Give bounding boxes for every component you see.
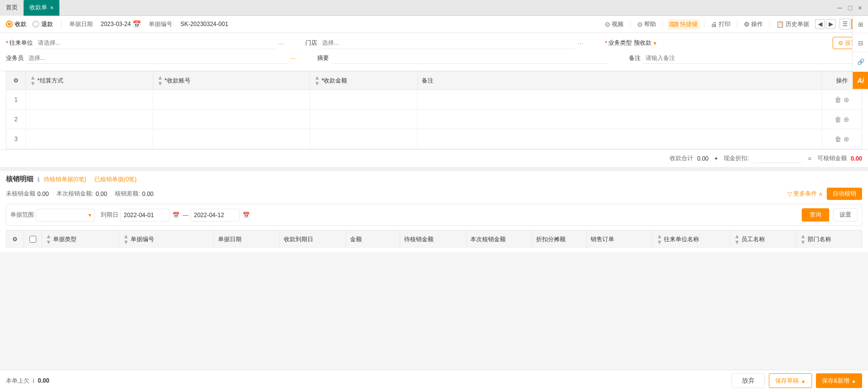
table-row: 3 🗑 ⊕ — [6, 129, 862, 149]
business-type-arrow[interactable]: ▾ — [653, 40, 656, 47]
tab-receipt[interactable]: 收款单 × — [24, 0, 59, 16]
operation-btn[interactable]: ⚙ 操作 — [742, 19, 765, 29]
receipt-radio-dot — [6, 21, 13, 28]
doc-date-field: 单据日期 2023-03-24 📅 — [69, 20, 141, 28]
section-divider — [0, 167, 868, 171]
shortcut-btn[interactable]: ⌨ 快捷键 — [667, 19, 700, 29]
summary-row: 未核销金额 0.00 本次核销金额: 0.00 核销差额: 0.00 ▽ 更多条… — [6, 188, 862, 200]
remark-cell-2[interactable] — [418, 110, 822, 129]
action-cell-1: 🗑 ⊕ — [822, 90, 862, 109]
video-btn[interactable]: ⊙ 视频 — [603, 19, 625, 29]
filter-icon: ▽ — [787, 191, 792, 197]
th-settlement: ▲▼ *结算方式 — [26, 72, 153, 89]
sort-account[interactable]: ▲▼ — [157, 75, 163, 86]
calendar-from-icon[interactable]: 📅 — [172, 212, 180, 219]
history-icon: 📋 — [776, 21, 784, 28]
copy-icon-2[interactable]: ⊕ — [843, 115, 849, 123]
pending-tab[interactable]: 待核销单据(0笔) — [44, 175, 86, 184]
delete-icon-2[interactable]: 🗑 — [835, 115, 841, 123]
bottom-info: 本单上欠 ℹ 0.00 — [6, 377, 49, 385]
save-draft-btn[interactable]: 保存草稿 ▲ — [769, 373, 812, 388]
amount-cell-1[interactable] — [310, 90, 418, 109]
wo-th-docno: ▲▼ 单据编号 — [119, 230, 214, 248]
settlement-cell-1[interactable] — [26, 90, 153, 109]
done-tab[interactable]: 已核销单据(0笔) — [94, 175, 137, 184]
summary-input[interactable] — [331, 52, 609, 64]
receipt-radio[interactable]: 收款 — [6, 20, 27, 28]
query-btn[interactable]: 查询 — [802, 208, 829, 222]
remark-cell-1[interactable] — [418, 90, 822, 109]
remark-field: 备注 — [629, 52, 862, 64]
sort-settlement[interactable]: ▲▼ — [30, 75, 36, 86]
delete-icon-1[interactable]: 🗑 — [835, 96, 841, 104]
wo-th-counterparty: ▲▼ 往来单位名称 — [652, 230, 730, 248]
auto-writeoff-btn[interactable]: 自动核销 — [827, 188, 862, 200]
right-link-icon[interactable]: 🔗 — [853, 53, 868, 71]
refund-radio[interactable]: 退款 — [32, 20, 53, 28]
form-row-2: 业务员 ··· 摘要 备注 — [6, 52, 862, 64]
list-view-btn[interactable]: ☰ — [840, 19, 850, 29]
wo-th-saleorder: 销售订单 — [587, 230, 652, 248]
right-doc-icon[interactable]: ⊟ — [853, 34, 868, 52]
right-ai-icon[interactable]: Ai — [853, 72, 868, 89]
wo-th-duedate: 收款到期日 — [280, 230, 346, 248]
filter-settings-btn[interactable]: 设置 — [833, 208, 858, 222]
wo-th-gear[interactable]: ⚙ — [6, 230, 24, 248]
store-input[interactable] — [319, 37, 575, 49]
minimize-icon[interactable]: ─ — [835, 3, 844, 13]
counterparty-input[interactable] — [35, 37, 276, 49]
save-new-btn[interactable]: 保存&新增 ▲ — [816, 373, 862, 388]
amount-cell-3[interactable] — [310, 129, 418, 149]
account-cell-3[interactable] — [153, 129, 310, 149]
close-icon[interactable]: × — [856, 3, 864, 13]
wo-th-pending: 待核销金额 — [400, 230, 466, 248]
wo-th-discount: 折扣分摊额 — [532, 230, 587, 248]
more-conditions-btn[interactable]: ▽ 更多条件 ∧ — [787, 190, 823, 198]
salesperson-input[interactable] — [26, 52, 288, 64]
date-from-input[interactable] — [120, 209, 169, 222]
select-all-checkbox[interactable] — [29, 236, 36, 243]
amount-cell-2[interactable] — [310, 110, 418, 129]
account-cell-2[interactable] — [153, 110, 310, 129]
th-gear[interactable]: ⚙ — [6, 72, 26, 89]
settlement-cell-3[interactable] — [26, 129, 153, 149]
delete-icon-3[interactable]: 🗑 — [835, 135, 841, 143]
nav-prev[interactable]: ◀ — [815, 19, 825, 29]
counterparty-more-btn[interactable]: ··· — [276, 39, 286, 47]
calendar-to-icon[interactable]: 📅 — [243, 212, 250, 219]
sort-amount[interactable]: ▲▼ — [314, 75, 320, 86]
sort-docno[interactable]: ▲▼ — [123, 233, 129, 245]
sort-counterparty[interactable]: ▲▼ — [656, 233, 662, 245]
remark-cell-3[interactable] — [418, 129, 822, 149]
account-cell-1[interactable] — [153, 90, 310, 109]
abandon-btn[interactable]: 放弃 — [732, 373, 765, 388]
help-btn[interactable]: ⊙ 帮助 — [635, 19, 658, 29]
copy-icon-1[interactable]: ⊕ — [843, 96, 849, 104]
copy-icon-3[interactable]: ⊕ — [843, 135, 849, 143]
remark-input[interactable] — [643, 52, 862, 64]
print-icon: 🖨 — [711, 21, 717, 28]
sort-employee[interactable]: ▲▼ — [734, 233, 740, 245]
date-to-input[interactable] — [190, 209, 240, 222]
salesperson-more-btn[interactable]: ··· — [288, 54, 298, 62]
store-more-btn[interactable]: ··· — [575, 39, 585, 47]
history-btn[interactable]: 📋 历史单据 — [774, 19, 811, 29]
maximize-icon[interactable]: □ — [846, 3, 854, 13]
doc-no-field: 单据编号 SK-20230324-001 — [149, 20, 228, 28]
nav-next[interactable]: ▶ — [826, 19, 836, 29]
range-select[interactable]: ▾ — [36, 209, 95, 222]
print-btn[interactable]: 🖨 打印 — [709, 19, 732, 29]
sort-dept[interactable]: ▲▼ — [800, 233, 806, 245]
tab-home[interactable]: 首页 — [0, 0, 24, 16]
tab-close-icon[interactable]: × — [50, 4, 54, 11]
shortcut-icon: ⌨ — [669, 21, 678, 28]
toolbar-right: ⊙ 视频 | ⊙ 帮助 | ⌨ 快捷键 | 🖨 打印 | ⚙ 操作 — [603, 19, 862, 29]
info-icon[interactable]: ℹ — [37, 176, 40, 183]
calendar-icon[interactable]: 📅 — [133, 20, 141, 28]
th-amount: ▲▼ *收款金额 — [310, 72, 418, 89]
settlement-cell-2[interactable] — [26, 110, 153, 129]
right-table-icon[interactable]: ⊞ — [853, 16, 868, 33]
sort-type[interactable]: ▲▼ — [46, 233, 52, 245]
discount-input[interactable] — [753, 154, 802, 163]
wo-th-writeoff: 本次核销金额 — [466, 230, 532, 248]
